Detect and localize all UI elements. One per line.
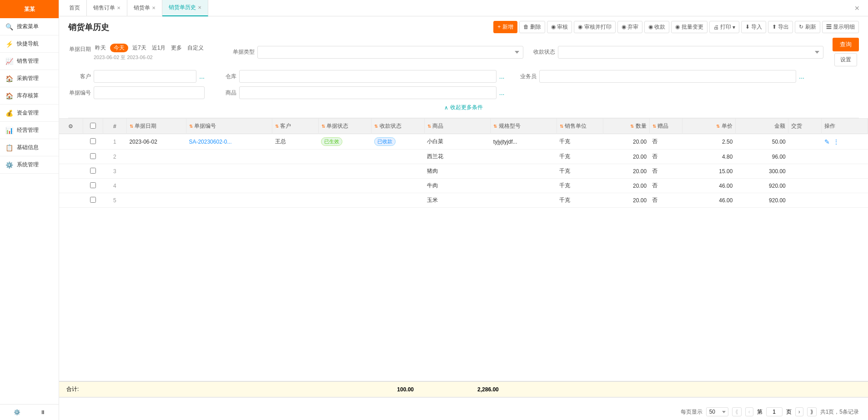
sidebar-item-basic-info[interactable]: 📋 基础信息 xyxy=(0,139,59,156)
warehouse-ellipsis[interactable]: ... xyxy=(499,73,505,80)
refresh-button[interactable]: ↻ 刷新 xyxy=(795,21,820,33)
sort-icon: ⇅ xyxy=(130,124,133,129)
sidebar-item-ops-mgmt[interactable]: 📊 经营管理 xyxy=(0,122,59,139)
close-all-tabs-btn[interactable]: ✕ xyxy=(850,5,864,12)
settings-icon[interactable]: ⚙️ xyxy=(14,409,20,415)
cell-check[interactable] xyxy=(83,164,103,179)
goods-label: 商品 xyxy=(214,89,236,97)
cell-check[interactable] xyxy=(83,193,103,208)
shortcut-more[interactable]: 更多 xyxy=(170,44,183,52)
shortcut-yesterday[interactable]: 昨天 xyxy=(94,44,107,52)
cell-check[interactable] xyxy=(83,150,103,164)
sidebar-item-sales-mgmt[interactable]: 📈 销售管理 xyxy=(0,53,59,70)
batch-change-button[interactable]: ◉ 批量变更 xyxy=(671,21,707,33)
table-area: ⚙ # ⇅ 单据日期 ⇅ 单据编号 ⇅ 客户 ⇅ 单据状态 ⇅ 收款状态 ⇅ 商… xyxy=(59,119,868,381)
cell-doc-no[interactable] xyxy=(186,150,272,164)
page-number-input[interactable]: 1 xyxy=(766,407,783,416)
row-checkbox[interactable] xyxy=(90,138,96,144)
ops-icon: 📊 xyxy=(5,127,13,134)
audit-button[interactable]: ◉ 审核 xyxy=(547,21,572,33)
th-unit[interactable]: ⇅ 销售单位 xyxy=(557,119,603,134)
warehouse-input[interactable] xyxy=(239,70,497,83)
delete-button[interactable]: 🗑 删除 xyxy=(519,21,545,33)
print-dropdown-icon[interactable]: ▾ xyxy=(733,24,735,30)
tab-sales-goods[interactable]: 销货单 ✕ xyxy=(127,0,162,16)
pause-icon[interactable]: ⏸ xyxy=(40,409,45,415)
new-button[interactable]: + 新增 xyxy=(493,21,517,33)
sidebar-item-quick-nav[interactable]: ⚡ 快捷导航 xyxy=(0,35,59,53)
cell-doc-no[interactable] xyxy=(186,193,272,208)
page-next-btn[interactable]: › xyxy=(795,407,803,416)
print-button[interactable]: 🖨 🖨 打印 打印 ▾ xyxy=(709,21,739,33)
sidebar-item-finance-mgmt[interactable]: 💰 资金管理 xyxy=(0,105,59,122)
doc-type-select[interactable] xyxy=(257,46,523,59)
sidebar-item-purchase-mgmt[interactable]: 🏠 采购管理 xyxy=(0,70,59,87)
page-first-btn[interactable]: ⟪ xyxy=(732,407,742,416)
business-input[interactable] xyxy=(539,70,797,83)
audit-print-button[interactable]: ◉ 审核并打印 xyxy=(574,21,615,33)
business-ellipsis[interactable]: ... xyxy=(799,73,804,80)
filter-date: 单据日期 昨天 今天 近7天 近1月 更多 自定义 2023-06-02 至 2… xyxy=(68,44,223,61)
th-goods[interactable]: ⇅ 商品 xyxy=(424,119,491,134)
import-button[interactable]: ⬇ 导入 xyxy=(741,21,766,33)
more-action[interactable]: ⋮ xyxy=(833,138,839,145)
show-details-button[interactable]: ☰ 显示明细 xyxy=(822,21,859,33)
query-button[interactable]: 查询 xyxy=(833,38,859,51)
th-customer[interactable]: ⇅ 客户 xyxy=(272,119,319,134)
collect-status-select[interactable] xyxy=(558,46,824,59)
cell-check[interactable] xyxy=(83,134,103,150)
cell-doc-no[interactable] xyxy=(186,164,272,179)
th-settings[interactable]: ⚙ xyxy=(59,119,83,134)
sidebar-item-sys-mgmt[interactable]: ⚙️ 系统管理 xyxy=(0,156,59,174)
filter-settings-button[interactable]: 设置 xyxy=(834,53,857,66)
th-gift[interactable]: ⇅ 赠品 xyxy=(649,119,682,134)
tab-sales-order[interactable]: 销售订单 ✕ xyxy=(87,0,127,16)
goods-ellipsis[interactable]: ... xyxy=(499,89,505,96)
cell-doc-no[interactable]: SA-20230602-0... xyxy=(186,134,272,150)
cell-doc-no[interactable] xyxy=(186,179,272,193)
th-doc-date[interactable]: ⇅ 单据日期 xyxy=(126,119,186,134)
doc-no-input[interactable] xyxy=(94,86,205,99)
quick-nav-icon: ⚡ xyxy=(5,40,13,48)
sidebar-item-inventory[interactable]: 🏠 库存核算 xyxy=(0,87,59,105)
sidebar-bottom-actions[interactable]: ⚙️ ⏸ xyxy=(0,405,59,420)
page-prev-btn[interactable]: ‹ xyxy=(745,407,753,416)
date-shortcuts: 昨天 今天 近7天 近1月 更多 自定义 xyxy=(94,44,205,52)
th-check[interactable] xyxy=(83,119,103,134)
collapse-up-icon: ∧ xyxy=(444,105,448,111)
sidebar-item-search-menu[interactable]: 🔍 搜索菜单 xyxy=(0,18,59,35)
shortcut-1month[interactable]: 近1月 xyxy=(151,44,167,52)
shortcut-today[interactable]: 今天 xyxy=(110,44,128,52)
th-qty[interactable]: ⇅ 数量 xyxy=(603,119,649,134)
close-tab-sales-goods[interactable]: ✕ xyxy=(152,5,156,10)
page-label-suffix: 页 xyxy=(786,408,792,416)
th-collect-status[interactable]: ⇅ 收款状态 xyxy=(371,119,424,134)
page-size-select[interactable]: 50 20 100 xyxy=(706,407,728,416)
tab-sales-history[interactable]: 销货单历史 ✕ xyxy=(162,0,208,16)
collect-button[interactable]: ◉ 收款 xyxy=(644,21,669,33)
export-button[interactable]: ⬆ 导出 xyxy=(768,21,793,33)
customer-ellipsis[interactable]: ... xyxy=(199,73,205,80)
goods-input[interactable] xyxy=(239,86,497,99)
cell-check[interactable] xyxy=(83,179,103,193)
th-spec[interactable]: ⇅ 规格型号 xyxy=(491,119,557,134)
collapse-button[interactable]: ∧ 收起更多条件 xyxy=(442,102,485,113)
row-checkbox[interactable] xyxy=(90,153,96,159)
shortcut-7days[interactable]: 近7天 xyxy=(131,44,148,52)
horizontal-scrollbar[interactable] xyxy=(59,397,868,404)
th-doc-no[interactable]: ⇅ 单据编号 xyxy=(186,119,272,134)
edit-action[interactable]: ✎ xyxy=(824,138,830,145)
th-unit-price[interactable]: ⇅ 单价 xyxy=(682,119,735,134)
close-tab-sales-order[interactable]: ✕ xyxy=(117,5,120,10)
th-doc-status[interactable]: ⇅ 单据状态 xyxy=(318,119,371,134)
page-last-btn[interactable]: ⟫ xyxy=(807,407,817,416)
abandon-button[interactable]: ◉ 弃审 xyxy=(617,21,642,33)
close-tab-sales-history[interactable]: ✕ xyxy=(198,5,201,10)
row-checkbox[interactable] xyxy=(90,197,96,203)
customer-input[interactable] xyxy=(94,70,196,83)
row-checkbox[interactable] xyxy=(90,168,96,174)
shortcut-custom[interactable]: 自定义 xyxy=(186,44,205,52)
row-checkbox[interactable] xyxy=(90,182,96,188)
tab-home[interactable]: 首页 xyxy=(63,0,87,16)
select-all-checkbox[interactable] xyxy=(90,123,96,129)
